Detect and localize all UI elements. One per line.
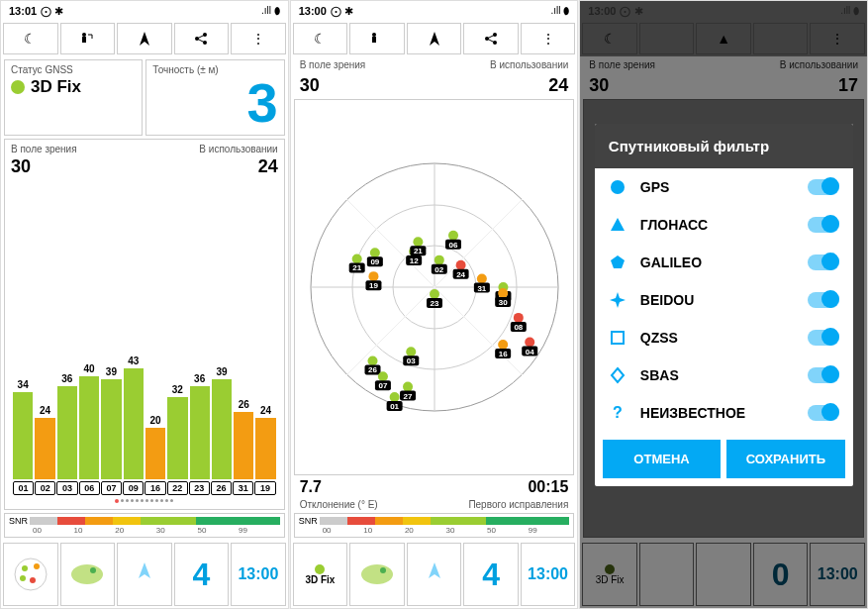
toggle-switch[interactable]	[808, 254, 839, 270]
bar: 39	[101, 366, 121, 479]
snr-legend-card: SNR 001020305099	[294, 513, 575, 538]
menu-button[interactable]: ⋮	[521, 23, 576, 54]
screen-filter-dialog: 13:00 ⨀ ✱ .ıll ⬮ ☾ ▲ ⋮ В поле зрения В и…	[579, 0, 868, 609]
filter-item-глонасс[interactable]: ГЛОНАСС	[595, 206, 853, 244]
circle-icon	[609, 178, 627, 196]
svg-text:24: 24	[456, 270, 465, 279]
save-button[interactable]: СОХРАНИТЬ	[726, 440, 844, 478]
status-bar: 13:00 ⨀ ✱ .ıll ⬮	[291, 1, 578, 21]
deviation-label: Отклонение (° E)	[300, 499, 378, 510]
ttff-label: Первого исправления	[468, 499, 568, 510]
svg-point-55	[430, 289, 439, 299]
svg-text:21: 21	[413, 247, 422, 255]
svg-line-19	[487, 35, 495, 39]
bar-tick: 19	[254, 481, 275, 495]
toggle-switch[interactable]	[808, 217, 839, 233]
bar-tick: 22	[167, 481, 188, 495]
night-mode-button[interactable]: ☾	[293, 23, 348, 54]
svg-point-7	[15, 558, 47, 590]
svg-text:27: 27	[403, 392, 412, 401]
filter-item-qzss[interactable]: QZSS	[595, 319, 853, 356]
street-view-button[interactable]	[60, 23, 116, 54]
inview-label: В поле зрения	[11, 144, 77, 154]
bar-tick: 16	[145, 481, 165, 495]
filter-item-beidou[interactable]: BEIDOU	[595, 281, 853, 319]
tab-map[interactable]	[60, 543, 116, 606]
svg-line-5	[197, 35, 205, 39]
svg-text:12: 12	[409, 256, 418, 265]
page-dots	[11, 497, 278, 505]
tab-status[interactable]: 3D Fix	[293, 543, 348, 606]
bar-tick: 07	[101, 481, 122, 495]
bar: 36	[57, 373, 77, 479]
street-view-button[interactable]	[349, 23, 405, 54]
snr-bar-chart: 342436403943203236392624	[11, 177, 278, 479]
svg-point-49	[351, 254, 361, 263]
bar-axis: 010203060709162223263119	[11, 479, 278, 497]
compass-button[interactable]	[407, 23, 462, 54]
svg-point-37	[368, 271, 378, 281]
filter-item-неизвестное[interactable]: ?НЕИЗВЕСТНОЕ	[595, 394, 853, 432]
snr-scale	[30, 517, 280, 525]
svg-text:19: 19	[368, 281, 377, 290]
filter-item-sbas[interactable]: SBAS	[595, 356, 853, 394]
share-button[interactable]	[463, 23, 519, 54]
share-button[interactable]	[174, 23, 230, 54]
inuse-label: В использовании	[199, 144, 277, 154]
svg-point-89	[380, 567, 386, 573]
tab-skyplot[interactable]	[3, 543, 58, 606]
bluetooth-icon: ⨀ ✱	[331, 5, 353, 18]
bar-tick: 31	[233, 481, 253, 495]
filter-item-gps[interactable]: GPS	[595, 168, 853, 206]
svg-point-79	[377, 371, 387, 381]
svg-rect-15	[372, 37, 376, 43]
svg-text:02: 02	[434, 265, 443, 274]
inview-label: В поле зрения	[300, 59, 366, 70]
svg-point-9	[34, 563, 40, 569]
question-icon: ?	[609, 404, 627, 422]
toggle-switch[interactable]	[808, 330, 839, 346]
satellites-card: В поле зрения В использовании 30 24 3424…	[4, 139, 285, 510]
bar: 26	[234, 399, 253, 479]
svg-line-20	[487, 39, 495, 43]
bar: 32	[167, 384, 187, 479]
tab-time[interactable]: 13:00	[521, 543, 576, 606]
compass-button[interactable]	[117, 23, 172, 54]
status-icons: .ıll ⬮	[261, 5, 280, 17]
tab-compass[interactable]	[407, 543, 462, 606]
filter-label: GALILEO	[640, 254, 794, 270]
svg-point-67	[406, 347, 416, 356]
bluetooth-icon: ⨀ ✱	[41, 5, 63, 18]
inuse-value: 24	[548, 75, 568, 96]
gnss-status-card: Статус GNSS 3D Fix	[4, 59, 143, 136]
svg-text:?: ?	[613, 404, 623, 421]
bar-tick: 03	[56, 481, 77, 495]
toggle-switch[interactable]	[808, 405, 839, 421]
filter-item-galileo[interactable]: GALILEO	[595, 244, 853, 281]
tab-count[interactable]: 4	[463, 543, 519, 606]
tab-count[interactable]: 4	[174, 543, 230, 606]
bar: 43	[124, 355, 144, 479]
tab-time[interactable]: 13:00	[231, 543, 286, 606]
svg-point-10	[30, 577, 36, 583]
filter-label: НЕИЗВЕСТНОЕ	[640, 405, 794, 421]
skyplot[interactable]: 0212211906243121092307300803160426072701	[294, 99, 575, 475]
svg-text:21: 21	[352, 263, 361, 272]
svg-point-12	[71, 564, 103, 584]
tab-compass[interactable]	[117, 543, 172, 606]
svg-point-88	[361, 564, 393, 584]
toggle-switch[interactable]	[808, 292, 839, 308]
svg-text:06: 06	[448, 241, 457, 250]
menu-button[interactable]: ⋮	[231, 23, 286, 54]
svg-text:09: 09	[370, 257, 379, 266]
svg-point-82	[403, 382, 413, 392]
status-bar: 13:01 ⨀ ✱ .ıll ⬮	[1, 1, 288, 21]
night-mode-button[interactable]: ☾	[3, 23, 58, 54]
tab-map[interactable]	[349, 543, 405, 606]
toggle-switch[interactable]	[808, 367, 839, 383]
bar: 24	[35, 405, 54, 479]
modal-overlay[interactable]: Спутниковый фильтр GPSГЛОНАССGALILEOBEID…	[580, 1, 867, 608]
bar-tick: 06	[79, 481, 100, 495]
toggle-switch[interactable]	[808, 179, 839, 195]
cancel-button[interactable]: ОТМЕНА	[603, 440, 721, 478]
